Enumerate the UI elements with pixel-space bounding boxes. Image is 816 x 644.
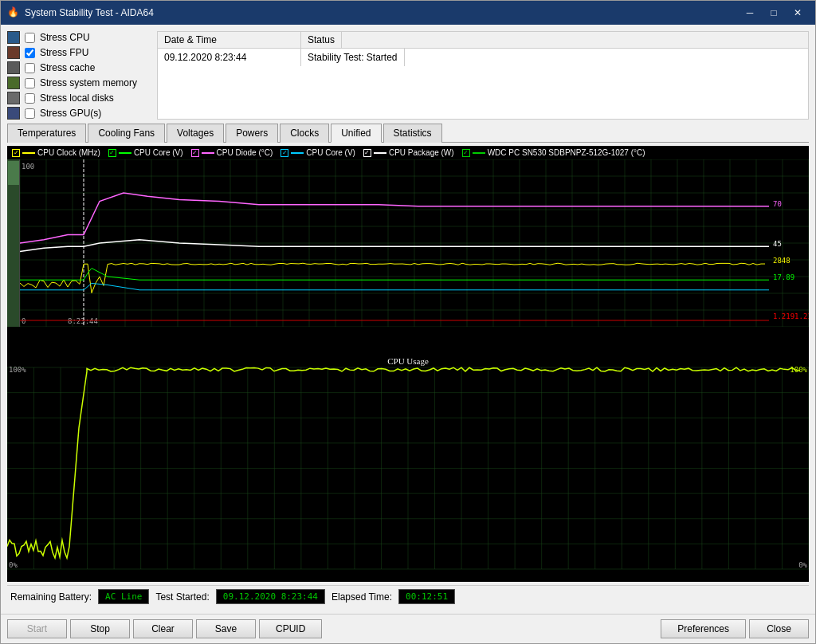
stress-options-panel: Stress CPU Stress FPU Stress cache Stres… bbox=[7, 31, 151, 120]
gpu-icon bbox=[7, 107, 20, 120]
title-bar: 🔥 System Stability Test - AIDA64 ─ □ ✕ bbox=[1, 1, 815, 25]
main-chart: ✓ CPU Clock (MHz) ✓ CPU Core (V) ✓ CPU D… bbox=[7, 146, 809, 353]
legend-wdc-checkbox[interactable]: ✓ bbox=[462, 149, 470, 157]
cpu-usage-canvas bbox=[7, 353, 809, 582]
stress-cache-item: Stress cache bbox=[7, 61, 151, 74]
legend-wdc-label: WDC PC SN530 SDBPNPZ-512G-1027 (°C) bbox=[488, 148, 645, 157]
minimize-button[interactable]: ─ bbox=[739, 5, 761, 21]
tabs-bar: Temperatures Cooling Fans Voltages Power… bbox=[7, 123, 809, 143]
clear-button[interactable]: Clear bbox=[133, 619, 193, 638]
preferences-button[interactable]: Preferences bbox=[661, 619, 746, 638]
stress-cpu-item: Stress CPU bbox=[7, 31, 151, 44]
main-chart-canvas bbox=[20, 159, 809, 327]
legend-cpu-package-checkbox[interactable]: ✓ bbox=[363, 149, 371, 157]
battery-value: AC Line bbox=[98, 589, 149, 604]
status-cell: Stability Test: Started bbox=[301, 49, 405, 66]
legend-cpu-core-v2-line bbox=[291, 152, 304, 154]
legend-cpu-core-v1-checkbox[interactable]: ✓ bbox=[108, 149, 116, 157]
status-table-header: Date & Time Status bbox=[158, 32, 808, 49]
cpuid-button[interactable]: CPUID bbox=[259, 619, 322, 638]
tab-temperatures[interactable]: Temperatures bbox=[7, 124, 86, 143]
legend-cpu-clock: ✓ CPU Clock (MHz) bbox=[12, 148, 100, 157]
stress-fpu-item: Stress FPU bbox=[7, 46, 151, 59]
main-chart-legend: ✓ CPU Clock (MHz) ✓ CPU Core (V) ✓ CPU D… bbox=[7, 146, 809, 159]
legend-cpu-diode-line bbox=[202, 152, 214, 154]
legend-cpu-clock-checkbox[interactable]: ✓ bbox=[12, 149, 20, 157]
top-section: Stress CPU Stress FPU Stress cache Stres… bbox=[7, 31, 809, 120]
legend-cpu-core-v1-line bbox=[119, 152, 131, 154]
close-button[interactable]: ✕ bbox=[787, 5, 809, 21]
button-spacer bbox=[325, 619, 657, 638]
main-window: 🔥 System Stability Test - AIDA64 ─ □ ✕ S… bbox=[0, 0, 816, 644]
legend-cpu-core-v2-label: CPU Core (V) bbox=[306, 148, 355, 157]
close-button-bar[interactable]: Close bbox=[749, 619, 809, 638]
start-button[interactable]: Start bbox=[7, 619, 67, 638]
legend-cpu-diode: ✓ CPU Diode (°C) bbox=[191, 148, 273, 157]
datetime-cell: 09.12.2020 8:23:44 bbox=[158, 49, 301, 66]
tab-cooling-fans[interactable]: Cooling Fans bbox=[88, 124, 165, 143]
main-chart-scrollbar[interactable] bbox=[7, 159, 20, 327]
stress-disk-item: Stress local disks bbox=[7, 92, 151, 104]
elapsed-value: 00:12:51 bbox=[398, 589, 455, 604]
stress-cpu-label: Stress CPU bbox=[40, 32, 90, 43]
legend-cpu-clock-label: CPU Clock (MHz) bbox=[37, 148, 100, 157]
maximize-button[interactable]: □ bbox=[763, 5, 785, 21]
stress-fpu-label: Stress FPU bbox=[40, 47, 88, 58]
button-bar: Start Stop Clear Save CPUID Preferences … bbox=[1, 614, 815, 643]
legend-cpu-diode-label: CPU Diode (°C) bbox=[217, 148, 273, 157]
datetime-header: Date & Time bbox=[158, 32, 301, 48]
tab-voltages[interactable]: Voltages bbox=[167, 124, 224, 143]
stress-cache-checkbox[interactable] bbox=[25, 63, 35, 73]
tab-clocks[interactable]: Clocks bbox=[280, 124, 329, 143]
test-started-label: Test Started: bbox=[155, 591, 209, 603]
legend-cpu-package-label: CPU Package (W) bbox=[389, 148, 454, 157]
stress-gpu-label: Stress GPU(s) bbox=[40, 108, 101, 119]
status-footer: Remaining Battery: AC Line Test Started:… bbox=[7, 585, 809, 607]
stress-cache-label: Stress cache bbox=[40, 62, 95, 73]
fpu-icon bbox=[7, 46, 20, 59]
status-header: Status bbox=[301, 32, 342, 48]
disk-icon bbox=[7, 92, 20, 104]
tab-powers[interactable]: Powers bbox=[226, 124, 278, 143]
legend-cpu-diode-checkbox[interactable]: ✓ bbox=[191, 149, 199, 157]
status-panel: Date & Time Status 09.12.2020 8:23:44 St… bbox=[157, 31, 809, 120]
legend-cpu-clock-line bbox=[22, 152, 35, 154]
tab-statistics[interactable]: Statistics bbox=[383, 124, 442, 143]
legend-cpu-core-v2: ✓ CPU Core (V) bbox=[280, 148, 355, 157]
stress-gpu-item: Stress GPU(s) bbox=[7, 107, 151, 120]
stress-fpu-checkbox[interactable] bbox=[25, 48, 35, 58]
window-title: System Stability Test - AIDA64 bbox=[25, 7, 739, 18]
legend-wdc-line bbox=[473, 152, 485, 154]
cpu-icon bbox=[7, 31, 20, 44]
legend-cpu-core-v1-label: CPU Core (V) bbox=[134, 148, 183, 157]
legend-cpu-package: ✓ CPU Package (W) bbox=[363, 148, 454, 157]
memory-icon bbox=[7, 77, 20, 89]
stress-memory-label: Stress system memory bbox=[40, 77, 137, 88]
legend-cpu-package-line bbox=[374, 152, 386, 154]
stress-cpu-checkbox[interactable] bbox=[25, 33, 35, 43]
battery-label: Remaining Battery: bbox=[10, 591, 92, 603]
stress-memory-checkbox[interactable] bbox=[25, 78, 35, 88]
stress-gpu-checkbox[interactable] bbox=[25, 108, 35, 119]
elapsed-label: Elapsed Time: bbox=[332, 591, 392, 603]
test-started-value: 09.12.2020 8:23:44 bbox=[216, 589, 325, 604]
stress-disk-label: Stress local disks bbox=[40, 92, 114, 104]
tab-unified[interactable]: Unified bbox=[331, 124, 381, 143]
save-button[interactable]: Save bbox=[196, 619, 256, 638]
scrollbar-handle[interactable] bbox=[8, 161, 19, 185]
stress-memory-item: Stress system memory bbox=[7, 77, 151, 89]
cpu-usage-chart bbox=[7, 353, 809, 582]
cache-icon bbox=[7, 61, 20, 74]
legend-cpu-core-v1: ✓ CPU Core (V) bbox=[108, 148, 183, 157]
stop-button[interactable]: Stop bbox=[70, 619, 130, 638]
app-icon: 🔥 bbox=[7, 6, 20, 19]
legend-wdc: ✓ WDC PC SN530 SDBPNPZ-512G-1027 (°C) bbox=[462, 148, 645, 157]
legend-cpu-core-v2-checkbox[interactable]: ✓ bbox=[280, 149, 288, 157]
window-controls: ─ □ ✕ bbox=[739, 5, 809, 21]
charts-area: ✓ CPU Clock (MHz) ✓ CPU Core (V) ✓ CPU D… bbox=[7, 146, 809, 582]
stress-disk-checkbox[interactable] bbox=[25, 93, 35, 104]
content-area: Stress CPU Stress FPU Stress cache Stres… bbox=[1, 25, 815, 614]
status-row-0: 09.12.2020 8:23:44 Stability Test: Start… bbox=[158, 49, 808, 66]
